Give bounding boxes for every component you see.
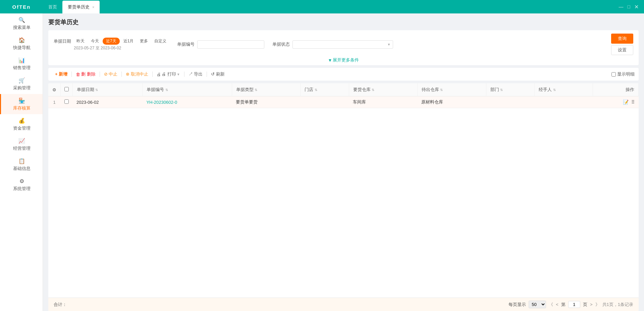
sidebar-finance-label: 资金管理 xyxy=(13,125,31,131)
col-store[interactable]: 门店 ⇅ xyxy=(301,83,349,96)
brand-text: OfTEn xyxy=(12,4,31,10)
tab-bill-history-label: 要货单历史 xyxy=(68,4,90,10)
print-button[interactable]: 🖨 🖨 打印 ▼ xyxy=(154,70,183,79)
sidebar-nav-label: 快捷导航 xyxy=(13,45,31,51)
date-btn-1month[interactable]: 近1月 xyxy=(121,38,137,45)
sidebar-item-operations[interactable]: 📈 经营管理 xyxy=(0,134,43,154)
col-settings[interactable]: ⚙ xyxy=(48,83,60,96)
select-all-checkbox[interactable] xyxy=(64,87,69,91)
cancel-stop-button[interactable]: ⊗ 取消中止 xyxy=(123,70,151,79)
date-btn-7days[interactable]: 近7天 xyxy=(103,38,120,45)
minimize-icon[interactable]: — xyxy=(619,4,624,9)
home-icon: 🏠 xyxy=(18,37,25,43)
new-button[interactable]: + 新增 xyxy=(52,70,70,79)
sort-icon-store: ⇅ xyxy=(315,88,317,92)
page-next-icon[interactable]: > xyxy=(590,302,593,307)
row-dept xyxy=(486,96,534,108)
print-icon: 🖨 xyxy=(157,72,161,77)
col-op: 操作 xyxy=(593,83,639,96)
sidebar-item-base-info[interactable]: 📋 基础信息 xyxy=(0,154,43,175)
refresh-button[interactable]: ↺ 刷新 xyxy=(208,70,227,79)
inventory-icon: 🏪 xyxy=(18,97,25,104)
query-button[interactable]: 查询 xyxy=(611,34,633,44)
sidebar-inventory-label: 库存核算 xyxy=(13,105,31,111)
export-button[interactable]: ↗ 导出 xyxy=(186,70,206,79)
bill-status-input[interactable] xyxy=(292,40,393,49)
page-number-input[interactable] xyxy=(568,301,580,308)
settings-button[interactable]: 设置 xyxy=(611,45,633,55)
sidebar-item-inventory[interactable]: 🏪 库存核算 xyxy=(0,94,43,114)
filter-action-buttons: 查询 设置 xyxy=(611,34,633,55)
show-detail-wrapper: 显示明细 xyxy=(611,71,635,77)
bill-no-label: 单据编号 xyxy=(177,41,195,47)
sidebar-item-search[interactable]: 🔍 搜索菜单 xyxy=(0,13,43,34)
bill-no-link[interactable]: YH-20230602-0 xyxy=(146,100,177,105)
system-icon: ⚙ xyxy=(19,178,24,184)
col-bill-date[interactable]: 单据日期 ⇅ xyxy=(72,83,142,96)
row-checkbox[interactable] xyxy=(60,96,72,108)
date-range-display: 2023-05-27 至 2023-06-02 xyxy=(74,46,121,50)
maximize-icon[interactable]: □ xyxy=(628,4,630,9)
toolbar-divider-4 xyxy=(152,72,153,77)
date-btn-custom[interactable]: 自定义 xyxy=(152,38,169,45)
action-toolbar: + 新增 🗑 删 删除 ⊘ 中止 ⊗ 取消中止 🖨 🖨 打印 ▼ ↗ 导出 xyxy=(48,68,639,81)
date-btn-more[interactable]: 更多 xyxy=(137,38,151,45)
date-btn-yesterday[interactable]: 昨天 xyxy=(74,38,87,45)
tab-home[interactable]: 首页 xyxy=(43,1,62,13)
toolbar-divider-2 xyxy=(100,72,100,77)
edit-icon[interactable]: 📝 xyxy=(623,99,629,105)
bill-status-filter: 单据状态 ▼ xyxy=(272,40,603,49)
sidebar-item-finance[interactable]: 💰 资金管理 xyxy=(0,114,43,134)
per-page-label: 每页显示 xyxy=(508,302,526,308)
col-checkbox[interactable] xyxy=(60,83,72,96)
toolbar-divider-3 xyxy=(121,72,122,77)
filter-panel: 单据日期 昨天 今天 近7天 近1月 更多 自定义 2023-05-27 至 2… xyxy=(48,30,639,65)
sidebar-item-purchase[interactable]: 🛒 采购管理 xyxy=(0,74,43,94)
delete-button[interactable]: 🗑 删 删除 xyxy=(73,70,98,79)
row-settings: 1 xyxy=(48,96,60,108)
finance-icon: 💰 xyxy=(18,118,25,124)
sort-icon-req-wh: ⇅ xyxy=(372,88,374,92)
tab-bill-history[interactable]: 要货单历史 × xyxy=(62,1,100,13)
date-filter-label: 单据日期 xyxy=(54,38,71,44)
page-prev-prev-icon[interactable]: 《 xyxy=(549,302,553,308)
col-bill-type[interactable]: 单据类型 ⇅ xyxy=(232,83,301,96)
tab-home-label: 首页 xyxy=(48,4,57,10)
sidebar-purchase-label: 采购管理 xyxy=(13,85,31,91)
stop-button[interactable]: ⊘ 中止 xyxy=(101,70,120,79)
search-menu-icon: 🔍 xyxy=(18,17,25,23)
sidebar-base-info-label: 基础信息 xyxy=(13,166,31,172)
col-req-warehouse[interactable]: 要货仓库 ⇅ xyxy=(349,83,417,96)
operations-icon: 📈 xyxy=(18,138,25,144)
print-label: 🖨 打印 xyxy=(162,71,176,77)
page-suffix: 页 xyxy=(583,302,587,308)
delete-label: 删 删除 xyxy=(81,71,96,77)
per-page-select[interactable]: 10 20 50 100 xyxy=(529,301,546,308)
sidebar-item-sales[interactable]: 📊 销售管理 xyxy=(0,54,43,74)
page-next-next-icon[interactable]: 》 xyxy=(595,302,600,308)
sidebar-item-nav[interactable]: 🏠 快捷导航 xyxy=(0,34,43,54)
col-handler[interactable]: 经手人 ⇅ xyxy=(534,83,593,96)
toolbar-divider-5 xyxy=(184,72,184,77)
show-detail-checkbox[interactable] xyxy=(611,72,616,77)
window-close-icon[interactable]: ✕ xyxy=(634,4,639,10)
page-prev-icon[interactable]: < xyxy=(556,302,558,307)
close-tab-icon[interactable]: × xyxy=(92,5,94,9)
row-select-checkbox[interactable] xyxy=(64,99,69,104)
sidebar-item-system[interactable]: ⚙ 系统管理 xyxy=(0,175,43,195)
col-pending-warehouse[interactable]: 待出仓库 ⇅ xyxy=(417,83,486,96)
sort-icon-billtype: ⇅ xyxy=(255,88,257,92)
row-delete-icon[interactable]: ⠿ xyxy=(631,99,635,105)
date-btn-today[interactable]: 今天 xyxy=(88,38,102,45)
col-dept[interactable]: 部门 ⇅ xyxy=(486,83,534,96)
page-title: 要货单历史 xyxy=(48,18,639,26)
bill-status-label: 单据状态 xyxy=(272,41,290,47)
col-bill-no[interactable]: 单据编号 ⇅ xyxy=(142,83,232,96)
brand-logo: OfTEn xyxy=(0,0,43,13)
sidebar-operations-label: 经营管理 xyxy=(13,145,31,151)
row-bill-no[interactable]: YH-20230602-0 xyxy=(142,96,232,108)
sort-icon-billno: ⇅ xyxy=(165,88,168,92)
bill-no-input[interactable] xyxy=(197,40,264,49)
sort-icon-dept: ⇅ xyxy=(500,88,503,92)
expand-more-btn[interactable]: ▼ 展开更多条件 xyxy=(328,57,359,63)
